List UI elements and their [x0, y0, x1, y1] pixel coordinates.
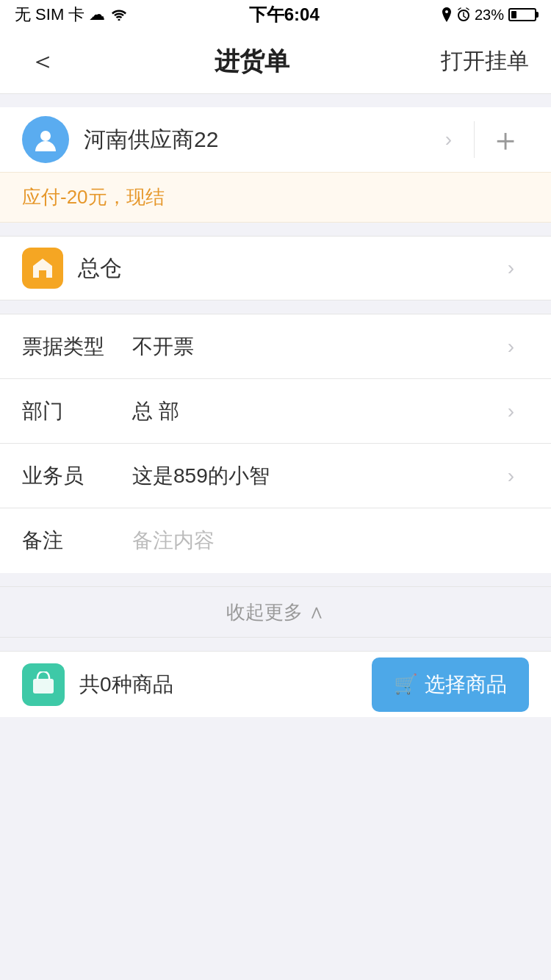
status-left: 无 SIM 卡 ☁	[15, 4, 127, 26]
salesperson-row[interactable]: 业务员 这是859的小智 ›	[0, 444, 551, 508]
department-chevron-icon: ›	[508, 400, 514, 423]
wifi-icon	[111, 9, 127, 21]
warehouse-name: 总仓	[78, 253, 508, 284]
nav-bar: ＜ 进货单 打开挂单	[0, 29, 551, 94]
person-icon	[32, 126, 59, 153]
supplier-avatar	[22, 116, 69, 163]
warehouse-icon	[22, 248, 63, 289]
warehouse-chevron-icon: ›	[508, 256, 514, 280]
house-icon	[30, 256, 55, 281]
product-bar: 共0种商品 🛒 选择商品	[0, 651, 551, 717]
supplier-name: 河南供应商22	[84, 125, 445, 155]
form-section: 票据类型 不开票 › 部门 总 部 › 业务员 这是859的小智 › 备注 备注…	[0, 314, 551, 573]
svg-point-0	[118, 19, 120, 21]
select-product-button[interactable]: 🛒 选择商品	[372, 657, 529, 712]
salesperson-value: 这是859的小智	[118, 462, 508, 490]
invoice-type-chevron-icon: ›	[508, 335, 514, 359]
remark-input[interactable]: 备注内容	[118, 527, 529, 555]
invoice-type-value: 不开票	[118, 333, 508, 361]
department-label: 部门	[22, 397, 118, 425]
back-button[interactable]: ＜	[22, 36, 63, 87]
vertical-divider	[474, 121, 475, 158]
battery-icon	[508, 8, 536, 21]
salesperson-label: 业务员	[22, 462, 118, 490]
status-right: 23%	[441, 7, 536, 24]
product-count: 共0种商品	[79, 671, 372, 699]
page-title: 进货单	[215, 45, 289, 79]
select-product-label: 选择商品	[425, 671, 507, 699]
remark-label: 备注	[22, 527, 118, 555]
notice-banner: 应付-20元，现结	[0, 172, 551, 223]
alarm-icon	[457, 7, 470, 22]
invoice-type-row[interactable]: 票据类型 不开票 ›	[0, 314, 551, 379]
warehouse-row[interactable]: 总仓 ›	[0, 236, 551, 300]
remark-row[interactable]: 备注 备注内容	[0, 508, 551, 573]
collapse-button[interactable]: 收起更多 ∧	[0, 586, 551, 638]
location-icon	[441, 7, 453, 22]
background-fill	[0, 717, 551, 923]
add-button[interactable]: ＋	[482, 118, 529, 162]
svg-rect-3	[39, 270, 46, 278]
cart-icon	[30, 671, 57, 698]
select-product-icon: 🛒	[394, 673, 417, 696]
supplier-row[interactable]: 河南供应商22 › ＋	[0, 107, 551, 172]
supplier-chevron-icon: ›	[445, 128, 452, 151]
svg-rect-4	[33, 679, 54, 693]
section-gap-1	[0, 94, 551, 107]
department-row[interactable]: 部门 总 部 ›	[0, 379, 551, 444]
svg-point-2	[40, 131, 51, 141]
invoice-type-label: 票据类型	[22, 333, 118, 361]
product-icon	[22, 663, 65, 706]
status-time: 下午6:04	[249, 3, 320, 26]
salesperson-chevron-icon: ›	[508, 464, 514, 488]
sim-label: 无 SIM 卡 ☁	[15, 4, 105, 26]
battery-percent: 23%	[475, 7, 504, 24]
status-bar: 无 SIM 卡 ☁ 下午6:04 23%	[0, 0, 551, 29]
open-pending-button[interactable]: 打开挂单	[441, 46, 529, 76]
department-value: 总 部	[118, 397, 508, 425]
